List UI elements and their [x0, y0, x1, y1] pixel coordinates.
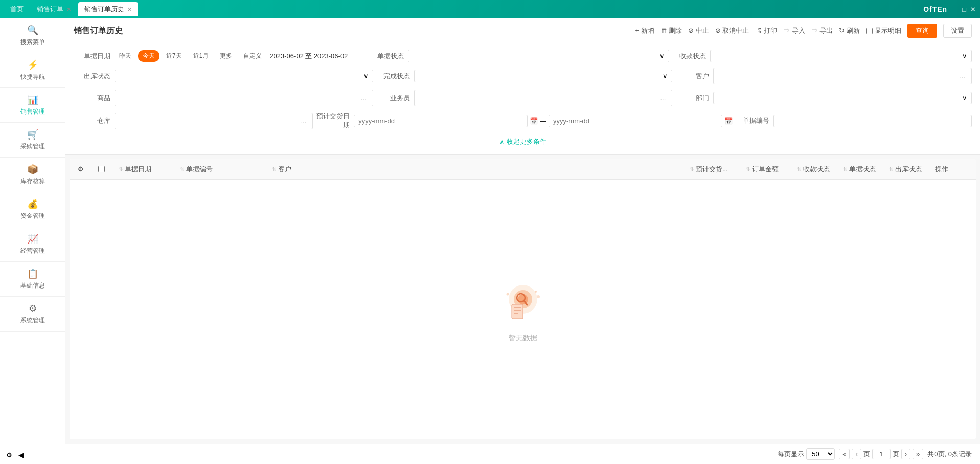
sidebar-settings-icon[interactable]: ⚙	[6, 451, 12, 459]
sidebar-item-inventory-label: 库存核算	[20, 177, 45, 186]
customer-dots[interactable]: ...	[958, 70, 967, 82]
sidebar-item-basic-info[interactable]: 📋 基础信息	[0, 262, 65, 297]
date-btn-7days[interactable]: 近7天	[162, 50, 187, 62]
per-page-select[interactable]: 50 20 100	[806, 448, 835, 460]
delivery-date-start[interactable]	[354, 115, 528, 127]
goods-dots[interactable]: ...	[359, 92, 369, 104]
window-minimize-icon[interactable]: —	[951, 6, 958, 13]
col-out-status-label: 出库状态	[895, 165, 922, 174]
dept-select[interactable]: ∨	[713, 92, 972, 104]
sidebar-item-purchase[interactable]: 🛒 采购管理	[0, 123, 65, 158]
col-bill-status: ⇅ 单据状态	[839, 165, 885, 174]
select-all-checkbox[interactable]	[98, 166, 105, 172]
filter-row-2: 出库状态 ∨ 完成状态 ∨ 客户 ...	[74, 68, 972, 84]
date-btn-yesterday[interactable]: 昨天	[115, 50, 136, 62]
bill-status-select[interactable]: ∨	[408, 50, 670, 62]
toolbar: + 新增 🗑 删除 ⊘ 中止 ⊘ 取消中止 🖨 打印 ⇒ 导入 ⇒ 导出 ↻ 刷…	[635, 24, 972, 38]
sort-pay-icon[interactable]: ⇅	[797, 166, 801, 172]
sidebar-collapse-icon[interactable]: ◀	[18, 451, 24, 459]
tab-home[interactable]: 首页	[4, 2, 30, 16]
svg-point-2	[518, 294, 528, 304]
sidebar-item-quick-nav[interactable]: ⚡ 快捷导航	[0, 53, 65, 88]
date-range-display: 2023-06-02 至 2023-06-02	[269, 52, 348, 61]
out-status-select[interactable]: ∨	[115, 70, 373, 82]
col-delivery-label: 预计交货...	[696, 165, 728, 174]
date-separator: 至	[305, 52, 314, 60]
sort-amount-icon[interactable]: ⇅	[746, 166, 750, 172]
export-button[interactable]: ⇒ 导出	[811, 26, 833, 35]
date-end: 2023-06-02	[314, 52, 348, 60]
current-page-input[interactable]	[872, 449, 891, 459]
col-checkbox[interactable]	[94, 166, 115, 172]
tab-sales-order-history-close[interactable]: ✕	[127, 6, 132, 13]
last-page-button[interactable]: »	[913, 449, 923, 459]
tab-sales-order-label: 销售订单	[37, 5, 63, 14]
topbar-right: OfTEn — □ ✕	[923, 5, 976, 13]
date-btn-1month[interactable]: 近1月	[189, 50, 214, 62]
next-page-button[interactable]: ›	[901, 449, 910, 459]
sidebar-bottom: ⚙ ◀	[0, 446, 65, 464]
new-button[interactable]: + 新增	[635, 26, 654, 35]
collapse-button[interactable]: ∧ 收起更多条件	[497, 135, 549, 148]
display-detail-input[interactable]	[866, 28, 873, 34]
delivery-date-end[interactable]	[549, 115, 722, 127]
sort-customer-icon[interactable]: ⇅	[272, 166, 276, 172]
purchase-icon: 🛒	[27, 129, 38, 140]
tab-sales-order-close[interactable]: ✕	[66, 6, 71, 13]
display-detail-checkbox[interactable]: 显示明细	[866, 26, 901, 35]
column-setting-icon[interactable]: ⚙	[78, 165, 84, 173]
calendar-start-icon[interactable]: 📅	[530, 117, 538, 125]
col-bill-status-label: 单据状态	[849, 165, 876, 174]
sort-out-icon[interactable]: ⇅	[889, 166, 893, 172]
delivery-date-label: 预计交货日期	[313, 112, 354, 130]
date-btn-more[interactable]: 更多	[215, 50, 237, 62]
calendar-end-icon[interactable]: 📅	[724, 117, 733, 125]
col-action-label: 操作	[935, 165, 948, 174]
window-close-icon[interactable]: ✕	[970, 6, 976, 13]
first-page-button[interactable]: «	[839, 449, 850, 459]
sort-bill-icon[interactable]: ⇅	[843, 166, 847, 172]
sidebar-item-search-label: 搜索菜单	[20, 38, 45, 47]
sidebar-item-operations[interactable]: 📈 经营管理	[0, 227, 65, 262]
complete-status-select[interactable]: ∨	[414, 70, 673, 82]
delivery-date-range: 📅 — 📅	[354, 115, 733, 127]
col-customer: ⇅ 客户	[268, 165, 686, 174]
goods-select[interactable]: ...	[115, 90, 373, 106]
prev-page-button[interactable]: ‹	[852, 449, 861, 459]
delete-button[interactable]: 🗑 删除	[660, 26, 682, 35]
search-icon: 🔍	[27, 25, 38, 36]
col-setting[interactable]: ⚙	[74, 165, 94, 173]
refresh-button[interactable]: ↻ 刷新	[839, 26, 860, 35]
sidebar-item-basic-info-label: 基础信息	[20, 281, 45, 290]
setting-button[interactable]: 设置	[943, 24, 972, 38]
customer-select[interactable]: ...	[713, 68, 972, 84]
date-btn-today[interactable]: 今天	[138, 50, 159, 62]
collapse-label: 收起更多条件	[507, 137, 546, 146]
salesperson-dots[interactable]: ...	[658, 92, 668, 104]
sidebar-item-inventory[interactable]: 📦 库存核算	[0, 158, 65, 192]
window-maximize-icon[interactable]: □	[962, 6, 966, 13]
sidebar-item-system[interactable]: ⚙ 系统管理	[0, 297, 65, 332]
sort-delivery-icon[interactable]: ⇅	[690, 166, 694, 172]
salesperson-select[interactable]: ...	[414, 90, 673, 106]
tab-sales-order[interactable]: 销售订单 ✕	[31, 2, 77, 16]
pay-status-select[interactable]: ∨	[710, 50, 972, 62]
sort-date-icon[interactable]: ⇅	[119, 166, 123, 172]
stop-button[interactable]: ⊘ 中止	[688, 26, 709, 35]
date-btn-custom[interactable]: 自定义	[239, 50, 266, 62]
sidebar-item-sales[interactable]: 📊 销售管理	[0, 88, 65, 123]
query-button[interactable]: 查询	[907, 24, 937, 38]
bill-no-input[interactable]	[773, 115, 972, 127]
sidebar-item-finance[interactable]: 💰 资金管理	[0, 192, 65, 227]
print-button[interactable]: 🖨 打印	[756, 26, 778, 35]
salesperson-label: 业务员	[373, 94, 414, 103]
sidebar-item-finance-label: 资金管理	[20, 212, 45, 220]
sort-num-icon[interactable]: ⇅	[180, 166, 184, 172]
cancel-stop-button[interactable]: ⊘ 取消中止	[715, 26, 749, 35]
col-out-status: ⇅ 出库状态	[885, 165, 931, 174]
sidebar-item-search[interactable]: 🔍 搜索菜单	[0, 18, 65, 53]
warehouse-select[interactable]: ...	[115, 113, 313, 129]
warehouse-dots[interactable]: ...	[299, 115, 308, 127]
tab-sales-order-history[interactable]: 销售订单历史 ✕	[78, 2, 138, 16]
import-button[interactable]: ⇒ 导入	[783, 26, 805, 35]
